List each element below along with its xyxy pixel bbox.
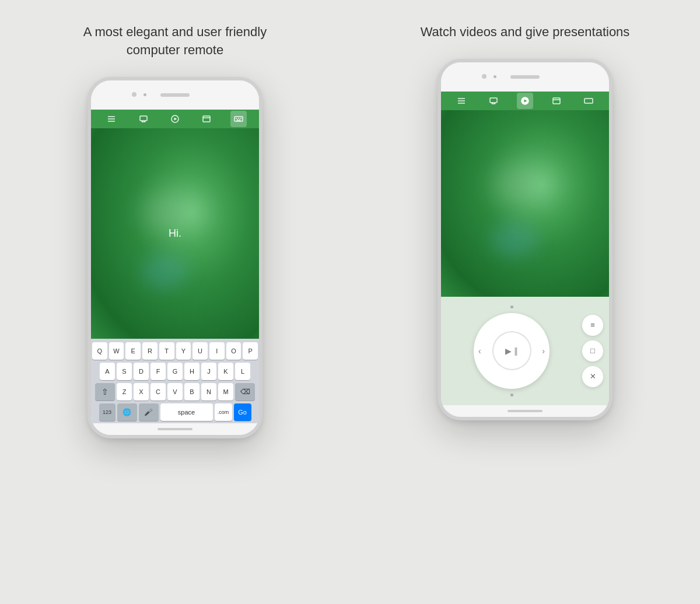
key-x[interactable]: X [134,383,149,401]
home-indicator [158,428,192,430]
key-backspace[interactable]: ⌫ [235,383,255,401]
speaker-grille-right [510,75,540,79]
remote-right-arrow[interactable]: › [542,346,545,356]
remote-bottom-dot [510,394,513,396]
svg-rect-3 [140,116,147,121]
left-panel-title: A most elegant and user friendly compute… [70,23,280,59]
main-container: A most elegant and user friendly compute… [0,0,700,604]
key-q[interactable]: Q [92,342,107,360]
remote-control-area: ‹ ▶︎ ‖ › ≡ □ ✕ [441,297,609,405]
monitor-icon-right[interactable] [485,93,502,109]
key-z[interactable]: Z [117,383,132,401]
left-panel: A most elegant and user friendly compute… [0,23,350,604]
app-content-left: Hi. Q W E R T Y U I O P [91,110,259,423]
monitor-icon[interactable] [135,111,152,127]
play-pause-icon[interactable]: ▶︎ ‖ [505,346,518,356]
key-j[interactable]: J [201,363,216,380]
key-s[interactable]: S [117,363,132,380]
remote-close-button[interactable]: ✕ [582,366,603,387]
key-m[interactable]: M [218,383,233,401]
hi-text: Hi. [169,227,181,240]
key-t[interactable]: T [159,342,174,360]
menu-icon-right[interactable] [453,93,470,109]
remote-menu-button[interactable]: ≡ [582,315,603,336]
key-space[interactable]: space [160,403,213,421]
key-e[interactable]: E [125,342,141,360]
sensor-dot-right [494,75,496,78]
speaker-grille [160,93,190,97]
key-p[interactable]: P [243,342,258,360]
svg-marker-8 [174,117,177,120]
svg-rect-21 [490,98,497,103]
remote-stop-button[interactable]: □ [582,340,603,361]
remote-buttons-column: ≡ □ ✕ [582,305,603,396]
app-toolbar-left [91,110,259,128]
iphone-top-left [91,80,259,110]
key-y[interactable]: Y [176,342,191,360]
key-123[interactable]: 123 [99,403,116,421]
menu-icon[interactable] [103,111,120,127]
iphone-bottom-left [91,423,259,435]
left-iphone-frame: Hi. Q W E R T Y U I O P [88,77,262,438]
key-d[interactable]: D [134,363,149,380]
key-u[interactable]: U [192,342,208,360]
home-indicator-right [508,410,542,412]
right-panel: Watch videos and give presentations [350,23,700,604]
key-r[interactable]: R [142,342,158,360]
keyboard-icon[interactable] [230,111,247,127]
remote-left-arrow[interactable]: ‹ [478,346,481,356]
key-g[interactable]: G [167,363,183,380]
keyboard-row-bottom: 123 🌐 🎤 space .com Go [92,403,258,421]
key-shift[interactable]: ⇧ [95,383,115,401]
key-i[interactable]: I [209,342,225,360]
key-c[interactable]: C [150,383,166,401]
camera-dot-right [482,74,487,79]
svg-rect-9 [203,116,210,122]
camera-dot [132,92,136,97]
key-l[interactable]: L [235,363,250,380]
key-globe[interactable]: 🌐 [117,403,137,421]
remote-disc-inner[interactable]: ▶︎ ‖ [493,332,531,370]
key-k[interactable]: K [218,363,233,380]
key-b[interactable]: B [184,383,200,401]
green-trackpad-area[interactable]: Hi. [91,128,259,339]
remote-disc-outer[interactable]: ‹ ▶︎ ‖ › [474,313,550,389]
keyboard-row-3: ⇧ Z X C V B N M ⌫ [92,383,258,401]
svg-rect-27 [553,98,560,104]
key-go[interactable]: Go [234,403,251,421]
app-toolbar-right [441,92,609,110]
keyboard-row-2: A S D F G H J K L [92,363,258,380]
key-dotcom[interactable]: .com [215,403,232,421]
svg-rect-29 [584,99,593,103]
remote-top-dot [510,305,513,308]
remote-disc-area: ‹ ▶︎ ‖ › [447,305,576,396]
keyboard-area: Q W E R T Y U I O P A S D [91,339,259,423]
iphone-top-right [441,62,609,92]
key-o[interactable]: O [226,342,242,360]
key-n[interactable]: N [201,383,216,401]
key-a[interactable]: A [100,363,115,380]
play-icon-right[interactable] [517,93,533,109]
window-icon[interactable] [198,111,215,127]
key-h[interactable]: H [184,363,200,380]
green-trackpad-area-right[interactable] [441,110,609,297]
remote-disc-container[interactable]: ‹ ▶︎ ‖ › [474,313,550,389]
app-content-right: ‹ ▶︎ ‖ › ≡ □ ✕ [441,92,609,405]
key-mic[interactable]: 🎤 [139,403,159,421]
keyboard-icon-right[interactable] [580,93,597,109]
keyboard-row-1: Q W E R T Y U I O P [92,342,258,360]
key-f[interactable]: F [150,363,166,380]
right-iphone-frame: ‹ ▶︎ ‖ › ≡ □ ✕ [438,59,612,420]
window-icon-right[interactable] [548,93,565,109]
right-panel-title: Watch videos and give presentations [421,23,630,41]
sensor-dot [144,93,146,96]
play-icon[interactable] [167,111,183,127]
key-v[interactable]: V [167,383,183,401]
iphone-bottom-right [441,405,609,417]
key-w[interactable]: W [109,342,124,360]
